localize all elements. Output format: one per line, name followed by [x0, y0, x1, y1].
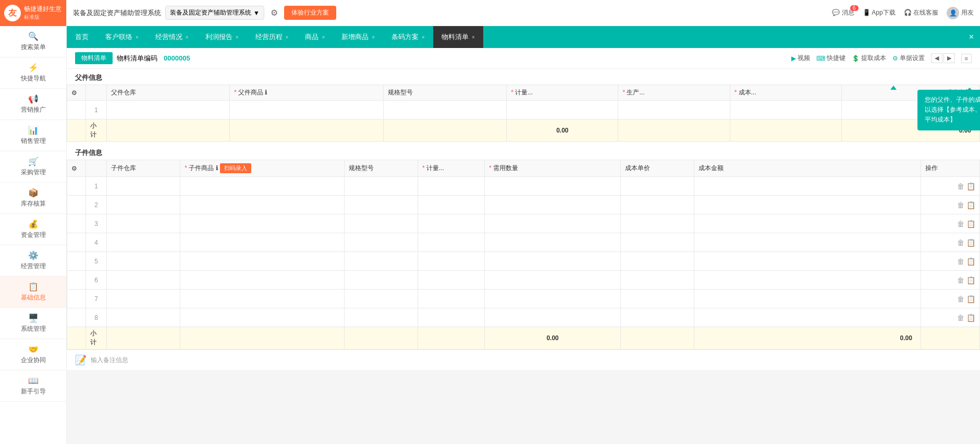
child-row4-qty[interactable] — [485, 233, 621, 252]
child-row8-product[interactable] — [180, 308, 344, 327]
sidebar-item-quick-nav[interactable]: ⚡ 快捷导航 — [0, 57, 66, 89]
tab-customers[interactable]: 客户联络 × — [97, 26, 147, 48]
close-all-tabs-button[interactable]: × — [963, 32, 980, 42]
tab-close-customers[interactable]: × — [136, 34, 139, 40]
child-row6-warehouse[interactable] — [107, 271, 180, 290]
child-row3-spec[interactable] — [344, 214, 418, 233]
parent-row1-cost[interactable] — [730, 101, 841, 119]
sidebar-item-basic-info[interactable]: 📋 基础信息 — [0, 277, 66, 308]
tab-close-biz-history[interactable]: × — [286, 34, 289, 40]
delete-icon[interactable]: 🗑 — [957, 314, 964, 322]
copy-icon[interactable]: 📋 — [966, 314, 975, 322]
child-row3-warehouse[interactable] — [107, 214, 180, 233]
sidebar-item-operations[interactable]: ⚙️ 经营管理 — [0, 245, 66, 277]
child-row2-spec[interactable] — [344, 196, 418, 214]
child-row3-qty[interactable] — [485, 214, 621, 233]
child-row2-qty[interactable] — [485, 196, 621, 214]
sidebar-item-sales[interactable]: 📊 销售管理 — [0, 120, 66, 151]
tab-close-profit[interactable]: × — [236, 34, 239, 40]
copy-icon[interactable]: 📋 — [966, 257, 975, 266]
tab-close-goods[interactable]: × — [322, 34, 325, 40]
tab-close-new-goods[interactable]: × — [372, 34, 375, 40]
delete-icon[interactable]: 🗑 — [957, 182, 964, 190]
sidebar-item-marketing[interactable]: 📢 营销推广 — [0, 89, 66, 120]
child-col-gear[interactable]: ⚙ — [67, 160, 86, 177]
shortcut-button[interactable]: ⌨ 快捷键 — [816, 54, 846, 63]
tab-profit[interactable]: 利润报告 × — [197, 26, 247, 48]
sidebar-item-guide[interactable]: 📖 新手引导 — [0, 370, 66, 402]
online-service-button[interactable]: 🎧 在线客服 — [904, 8, 938, 17]
child-row1-product[interactable] — [180, 177, 344, 196]
system-select[interactable]: 装备及固定资产辅助管理系统 ▼ — [165, 6, 264, 20]
sidebar-item-enterprise[interactable]: 🤝 企业协同 — [0, 339, 66, 370]
sidebar-item-inventory[interactable]: 📦 库存核算 — [0, 183, 66, 214]
child-row5-spec[interactable] — [344, 252, 418, 271]
child-row6-qty[interactable] — [485, 271, 621, 290]
tab-bom[interactable]: 物料清单 × — [433, 26, 483, 48]
tab-operations[interactable]: 经营情况 × — [147, 26, 197, 48]
child-row5-unit-cost[interactable] — [621, 252, 694, 271]
menu-button[interactable]: ≡ — [961, 54, 972, 63]
child-row7-product[interactable] — [180, 290, 344, 308]
child-row4-warehouse[interactable] — [107, 233, 180, 252]
copy-icon[interactable]: 📋 — [966, 238, 975, 247]
child-row6-unit-cost[interactable] — [621, 271, 694, 290]
child-row4-unit[interactable] — [418, 233, 484, 252]
sidebar-item-purchase[interactable]: 🛒 采购管理 — [0, 151, 66, 183]
child-row6-product[interactable] — [180, 271, 344, 290]
child-row6-unit[interactable] — [418, 271, 484, 290]
delete-icon[interactable]: 🗑 — [957, 295, 964, 303]
view-button[interactable]: ▶ 视频 — [791, 54, 810, 63]
next-arrow[interactable]: ▶ — [944, 53, 955, 63]
child-row6-spec[interactable] — [344, 271, 418, 290]
tab-goods[interactable]: 商品 × — [297, 26, 333, 48]
child-row3-product[interactable] — [180, 214, 344, 233]
gear-icon[interactable]: ⚙ — [271, 8, 278, 18]
extract-cost-button[interactable]: 💲 提取成本 — [852, 54, 886, 63]
child-row2-warehouse[interactable] — [107, 196, 180, 214]
delete-icon[interactable]: 🗑 — [957, 220, 964, 228]
copy-icon[interactable]: 📋 — [966, 220, 975, 228]
child-row8-spec[interactable] — [344, 308, 418, 327]
child-row2-product[interactable] — [180, 196, 344, 214]
tab-home[interactable]: 首页 — [67, 26, 97, 48]
child-row7-unit-cost[interactable] — [621, 290, 694, 308]
sidebar-item-search[interactable]: 🔍 搜索菜单 — [0, 26, 66, 57]
child-row8-unit[interactable] — [418, 308, 484, 327]
copy-icon[interactable]: 📋 — [966, 201, 975, 209]
child-row3-unit[interactable] — [418, 214, 484, 233]
parent-col-gear[interactable]: ⚙ — [67, 85, 86, 101]
tab-close-bom[interactable]: × — [472, 34, 475, 40]
user-area[interactable]: 👤 用友 — [947, 7, 974, 19]
child-row8-unit-cost[interactable] — [621, 308, 694, 327]
child-row5-unit[interactable] — [418, 252, 484, 271]
tab-barcode[interactable]: 条码方案 × — [383, 26, 433, 48]
sidebar-item-system[interactable]: 🖥️ 系统管理 — [0, 308, 66, 339]
copy-icon[interactable]: 📋 — [966, 182, 975, 190]
parent-row1-production[interactable] — [618, 101, 730, 119]
child-row7-qty[interactable] — [485, 290, 621, 308]
tab-close-barcode[interactable]: × — [422, 34, 425, 40]
parent-row1-product[interactable] — [229, 101, 383, 119]
single-settings-button[interactable]: ⚙ 单据设置 — [892, 54, 925, 63]
child-row8-qty[interactable] — [485, 308, 621, 327]
child-row5-product[interactable] — [180, 252, 344, 271]
parent-row1-warehouse[interactable] — [107, 101, 230, 119]
delete-icon[interactable]: 🗑 — [957, 257, 964, 266]
delete-icon[interactable]: 🗑 — [957, 238, 964, 247]
scan-input-button[interactable]: 扫码录入 — [220, 163, 251, 173]
child-row1-unit[interactable] — [418, 177, 484, 196]
parent-row1-unit[interactable] — [507, 101, 618, 119]
tab-biz-history[interactable]: 经营历程 × — [247, 26, 297, 48]
trial-button[interactable]: 体验行业方案 — [284, 6, 336, 20]
prev-arrow[interactable]: ◀ — [931, 53, 942, 63]
child-row7-unit[interactable] — [418, 290, 484, 308]
child-row1-warehouse[interactable] — [107, 177, 180, 196]
tab-new-goods[interactable]: 新增商品 × — [333, 26, 383, 48]
tab-close-operations[interactable]: × — [186, 34, 189, 40]
child-row1-spec[interactable] — [344, 177, 418, 196]
delete-icon[interactable]: 🗑 — [957, 201, 964, 209]
child-row7-warehouse[interactable] — [107, 290, 180, 308]
child-row1-unit-cost[interactable] — [621, 177, 694, 196]
child-row5-qty[interactable] — [485, 252, 621, 271]
